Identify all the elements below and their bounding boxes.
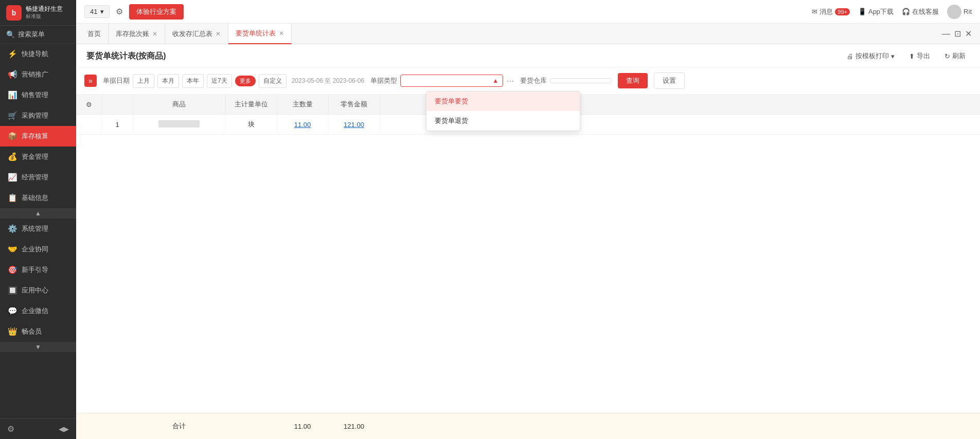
footer-label: 合计: [133, 418, 225, 434]
sidebar-item-sys-mgmt[interactable]: ⚙️ 系统管理: [0, 218, 76, 239]
sidebar-item-label: 企业微信: [22, 306, 48, 316]
refresh-btn[interactable]: ↻ 刷新: [940, 49, 970, 63]
sidebar-item-sales[interactable]: 📊 销售管理: [0, 85, 76, 105]
col-settings-header[interactable]: ⚙: [76, 95, 102, 115]
sidebar-item-member[interactable]: 👑 畅会员: [0, 321, 76, 342]
col-unit-header: 主计量单位: [225, 95, 277, 115]
row-seq: 1: [102, 115, 133, 135]
this-year-btn[interactable]: 本年: [182, 74, 204, 88]
tab-receive-summary[interactable]: 收发存汇总表 ✕: [165, 24, 228, 44]
col-amount-header: 零售金额: [328, 95, 380, 115]
warehouse-label: 要货仓库: [520, 76, 547, 85]
tab-label: 收发存汇总表: [172, 29, 212, 39]
sidebar-bottom: ⚙ ◀▶: [0, 418, 76, 439]
bottom-settings-icon[interactable]: ⚙: [7, 424, 14, 434]
online-service-action[interactable]: 🎧 在线客服: [902, 7, 939, 16]
warehouse-select[interactable]: [550, 78, 612, 83]
close-tab-inventory[interactable]: ✕: [152, 30, 157, 38]
user-name: Rit: [964, 8, 972, 15]
messages-action[interactable]: ✉ 消息 99+: [812, 7, 850, 16]
marketing-icon: 📢: [7, 70, 17, 79]
sidebar-item-guide[interactable]: 🎯 新手引导: [0, 260, 76, 280]
sidebar-item-label: 营销推广: [22, 70, 48, 79]
dropdown-item-tuihuo[interactable]: 要货单退货: [426, 111, 580, 131]
date-range-display: 2023-05-06 至 2023-06-06: [292, 77, 364, 85]
tab-home[interactable]: 首页: [80, 24, 109, 44]
last-month-btn[interactable]: 上月: [133, 74, 154, 88]
sidebar-item-label: 销售管理: [22, 90, 48, 100]
export-btn[interactable]: ⬆ 导出: [905, 49, 934, 63]
expand-btn[interactable]: »: [84, 75, 97, 87]
row-unit: 块: [225, 115, 277, 135]
tab-minimize-icon[interactable]: —: [942, 29, 950, 39]
type-filter-group: 单据类型 ▲ ···: [370, 75, 514, 87]
query-button[interactable]: 查询: [618, 73, 648, 88]
trial-button[interactable]: 体验行业方案: [129, 4, 184, 20]
sidebar-search[interactable]: 🔍 搜索菜单: [0, 26, 76, 44]
type-more-icon[interactable]: ···: [506, 76, 514, 86]
sales-icon: 📊: [7, 90, 17, 100]
row-product: [133, 115, 225, 135]
close-tab-order[interactable]: ✕: [279, 30, 284, 37]
sidebar-item-label: 采购管理: [22, 111, 48, 120]
dropdown-item-yaohuodan[interactable]: 要货单要货: [426, 92, 580, 111]
store-selector[interactable]: 41 ▾: [84, 5, 110, 18]
messages-badge: 99+: [835, 8, 850, 15]
topbar-gear-icon[interactable]: ⚙: [116, 7, 123, 16]
row-settings: [76, 115, 102, 135]
custom-date-btn[interactable]: 自定义: [259, 74, 287, 88]
bottom-collapse-icon[interactable]: ◀▶: [59, 425, 69, 433]
quick-nav-icon: ⚡: [7, 49, 17, 59]
type-select[interactable]: ▲: [400, 75, 503, 87]
sidebar-item-inventory[interactable]: 📦 库存核算: [0, 126, 76, 147]
header-actions: 🖨 按模板打印 ▾ ⬆ 导出 ↻ 刷新: [843, 49, 970, 63]
app-download-action[interactable]: 📱 App下载: [858, 7, 894, 16]
sidebar-item-app-center[interactable]: 🔲 应用中心: [0, 280, 76, 301]
tab-order-summary[interactable]: 要货单统计表 ✕: [228, 24, 292, 44]
close-tab-receive[interactable]: ✕: [216, 30, 221, 38]
sidebar-item-operations[interactable]: 📈 经营管理: [0, 167, 76, 188]
basic-info-icon: 📋: [7, 193, 17, 203]
table-area: ⚙ 商品 主计量单位 主数量 零售金额 1: [76, 95, 980, 439]
sidebar-item-marketing[interactable]: 📢 营销推广: [0, 64, 76, 85]
sidebar-item-basic-info[interactable]: 📋 基础信息: [0, 188, 76, 208]
logo-icon: b: [6, 5, 22, 21]
last-7-days-btn[interactable]: 近7天: [207, 74, 232, 88]
type-dropdown: 要货单要货 要货单退货: [426, 91, 580, 131]
type-label: 单据类型: [370, 76, 397, 85]
table-container: ⚙ 商品 主计量单位 主数量 零售金额 1: [76, 95, 980, 413]
sidebar-item-finance[interactable]: 💰 资金管理: [0, 147, 76, 167]
this-month-btn[interactable]: 本月: [157, 74, 179, 88]
user-avatar-area[interactable]: Rit: [947, 5, 972, 19]
topbar-left: 41 ▾ ⚙ 体验行业方案: [84, 4, 184, 20]
col-product-header: 商品: [133, 95, 225, 115]
footer-amount: 121.00: [328, 419, 380, 433]
sidebar-item-purchase[interactable]: 🛒 采购管理: [0, 105, 76, 126]
tab-home-label: 首页: [87, 29, 101, 39]
tab-close-icon[interactable]: ✕: [965, 29, 972, 39]
logo-text-block: 畅捷通好生意 标准版: [26, 5, 63, 21]
member-icon: 👑: [7, 327, 17, 336]
purchase-icon: 🛒: [7, 111, 17, 120]
row-amount: 121.00: [328, 115, 380, 135]
sidebar-item-enterprise[interactable]: 🤝 企业协同: [0, 239, 76, 260]
tab-inventory-batch[interactable]: 库存批次账 ✕: [109, 24, 165, 44]
settings-button[interactable]: 设置: [654, 72, 685, 89]
app-download-label: App下载: [868, 7, 894, 16]
wechat-icon: 💬: [7, 306, 17, 316]
print-dropdown-icon: ▾: [891, 52, 895, 60]
scroll-up-btn[interactable]: ▲: [0, 208, 76, 218]
topbar-right: ✉ 消息 99+ 📱 App下载 🎧 在线客服 Rit: [812, 5, 972, 19]
sidebar-item-quick-nav[interactable]: ⚡ 快捷导航: [0, 44, 76, 64]
scroll-down-btn[interactable]: ▼: [0, 342, 76, 352]
sidebar-item-wechat[interactable]: 💬 企业微信: [0, 301, 76, 321]
sidebar-item-label: 经营管理: [22, 173, 48, 182]
row-qty: 11.00: [277, 115, 328, 135]
more-dates-btn[interactable]: 更多: [235, 76, 256, 86]
tabbar: 首页 库存批次账 ✕ 收发存汇总表 ✕ 要货单统计表 ✕ — ⊡ ✕: [76, 24, 980, 44]
tab-restore-icon[interactable]: ⊡: [954, 29, 961, 39]
sidebar-item-label: 企业协同: [22, 245, 48, 254]
export-icon: ⬆: [909, 52, 915, 60]
finance-icon: 💰: [7, 152, 17, 161]
print-btn[interactable]: 🖨 按模板打印 ▾: [843, 49, 899, 63]
